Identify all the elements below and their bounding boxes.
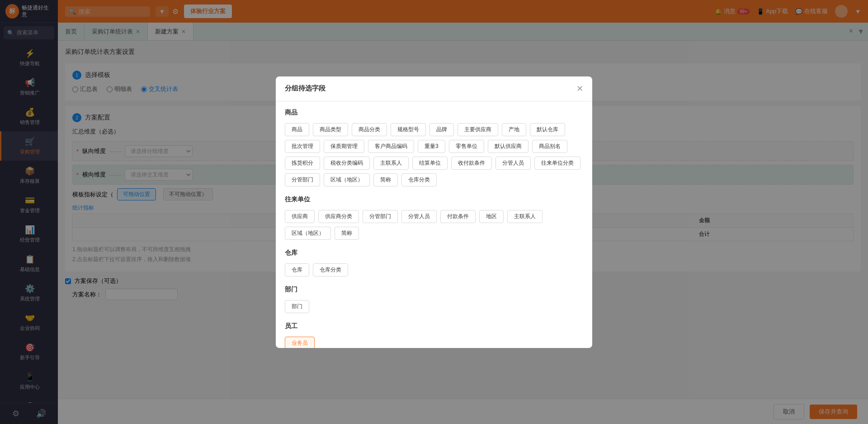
field-tag-批次管理[interactable]: 批次管理 <box>285 140 320 153</box>
field-tag-分管部门[interactable]: 分管部门 <box>285 173 320 186</box>
field-tag-商品分类[interactable]: 商品分类 <box>352 123 387 136</box>
field-tag-部门[interactable]: 部门 <box>285 300 309 313</box>
field-tag-零售单位[interactable]: 零售单位 <box>449 140 484 153</box>
field-tag-主联系人[interactable]: 主联系人 <box>373 157 409 170</box>
field-tag-分管部门[interactable]: 分管部门 <box>363 210 398 223</box>
field-section-title-warehouse: 仓库 <box>285 249 583 259</box>
field-tags-partner: 供应商供应商分类分管部门分管人员付款条件地区主联系人区域（地区）简称 <box>285 210 583 240</box>
modal-header: 分组待选字段 ✕ <box>276 76 592 101</box>
field-tag-拣货积分[interactable]: 拣货积分 <box>285 157 320 170</box>
field-tag-供应商分类[interactable]: 供应商分类 <box>318 210 359 223</box>
field-tag-商品[interactable]: 商品 <box>285 123 309 136</box>
field-tag-主要供应商[interactable]: 主要供应商 <box>458 123 498 136</box>
field-tag-简称[interactable]: 简称 <box>335 227 359 240</box>
field-tag-收付款条件[interactable]: 收付款条件 <box>451 157 492 170</box>
field-tag-商品类型[interactable]: 商品类型 <box>313 123 348 136</box>
field-tag-产地[interactable]: 产地 <box>502 123 526 136</box>
field-section-department: 部门部门 <box>285 286 583 313</box>
modal-close-icon[interactable]: ✕ <box>576 84 583 94</box>
modal-title: 分组待选字段 <box>285 84 326 93</box>
field-section-title-partner: 往来单位 <box>285 195 583 205</box>
field-section-partner: 往来单位供应商供应商分类分管部门分管人员付款条件地区主联系人区域（地区）简称 <box>285 195 583 240</box>
modal-body[interactable]: 商品商品商品类型商品分类规格型号品牌主要供应商产地默认仓库批次管理保质期管理客户… <box>276 101 592 348</box>
field-section-title-staff: 员工 <box>285 322 583 332</box>
field-tags-department: 部门 <box>285 300 583 313</box>
field-tag-客户商品编码[interactable]: 客户商品编码 <box>368 140 414 153</box>
field-tag-保质期管理[interactable]: 保质期管理 <box>324 140 364 153</box>
modal-overlay: 分组待选字段 ✕ 商品商品商品类型商品分类规格型号品牌主要供应商产地默认仓库批次… <box>0 0 868 424</box>
field-tag-分管人员[interactable]: 分管人员 <box>495 157 531 170</box>
field-tag-区域（地区）[interactable]: 区域（地区） <box>324 173 370 186</box>
field-tag-默认仓库[interactable]: 默认仓库 <box>530 123 565 136</box>
field-tag-主联系人[interactable]: 主联系人 <box>507 210 542 223</box>
field-tag-地区[interactable]: 地区 <box>479 210 504 223</box>
field-tags-product: 商品商品类型商品分类规格型号品牌主要供应商产地默认仓库批次管理保质期管理客户商品… <box>285 123 583 186</box>
field-tag-税收分类编码[interactable]: 税收分类编码 <box>324 157 370 170</box>
field-section-title-department: 部门 <box>285 286 583 295</box>
field-tags-warehouse: 仓库仓库分类 <box>285 263 583 276</box>
field-tag-付款条件[interactable]: 付款条件 <box>440 210 476 223</box>
field-tag-区域（地区）[interactable]: 区域（地区） <box>285 227 331 240</box>
field-tag-仓库分类[interactable]: 仓库分类 <box>313 263 348 276</box>
field-section-product: 商品商品商品类型商品分类规格型号品牌主要供应商产地默认仓库批次管理保质期管理客户… <box>285 109 583 186</box>
field-section-warehouse: 仓库仓库仓库分类 <box>285 249 583 276</box>
field-tag-商品别名[interactable]: 商品别名 <box>532 140 567 153</box>
field-tag-品牌[interactable]: 品牌 <box>429 123 454 136</box>
field-tag-结算单位[interactable]: 结算单位 <box>412 157 448 170</box>
field-section-staff: 员工业务员 <box>285 322 583 348</box>
field-tag-重量3[interactable]: 重量3 <box>418 140 445 153</box>
field-tags-staff: 业务员 <box>285 337 583 348</box>
field-tag-仓库[interactable]: 仓库 <box>285 263 309 276</box>
field-section-title-product: 商品 <box>285 109 583 119</box>
modal-dialog: 分组待选字段 ✕ 商品商品商品类型商品分类规格型号品牌主要供应商产地默认仓库批次… <box>276 76 592 348</box>
field-tag-往来单位分类[interactable]: 往来单位分类 <box>534 157 580 170</box>
field-tag-仓库分类[interactable]: 仓库分类 <box>401 173 437 186</box>
field-tag-默认供应商[interactable]: 默认供应商 <box>488 140 528 153</box>
field-tag-分管人员[interactable]: 分管人员 <box>401 210 437 223</box>
field-tag-简称[interactable]: 简称 <box>373 173 398 186</box>
field-tag-供应商[interactable]: 供应商 <box>285 210 315 223</box>
field-tag-规格型号[interactable]: 规格型号 <box>391 123 426 136</box>
field-tag-业务员[interactable]: 业务员 <box>285 337 315 348</box>
